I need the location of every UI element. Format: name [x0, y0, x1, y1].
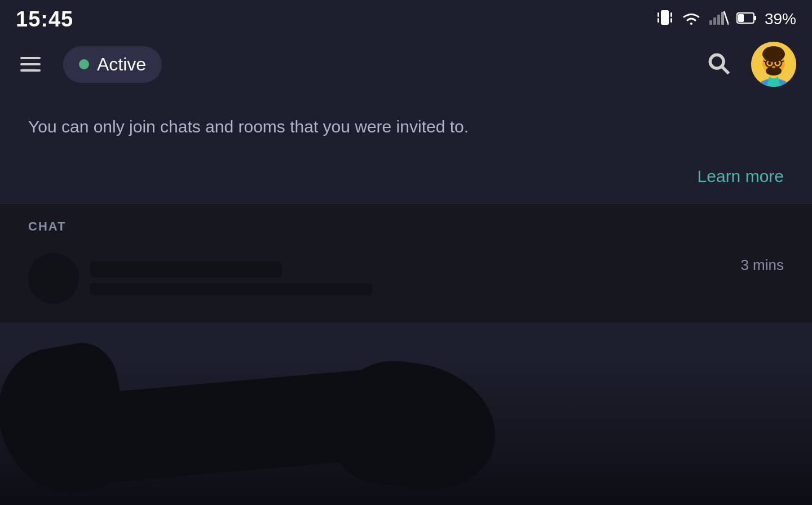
nav-right	[701, 42, 796, 87]
active-dot	[79, 59, 89, 69]
status-bar: 15:45	[0, 0, 812, 36]
chat-name	[90, 262, 282, 277]
chat-section: CHAT 3 mins	[0, 203, 812, 323]
svg-point-24	[776, 61, 779, 65]
redact-overlay-3	[330, 354, 504, 499]
nav-left: Active	[16, 46, 162, 83]
info-message: You can only join chats and rooms that y…	[28, 115, 784, 139]
svg-rect-3	[657, 18, 659, 23]
menu-button[interactable]	[16, 52, 45, 76]
svg-rect-7	[717, 15, 720, 25]
wifi-icon	[681, 10, 701, 28]
svg-rect-11	[754, 16, 756, 20]
learn-more-button[interactable]: Learn more	[698, 167, 784, 186]
chat-message	[90, 283, 372, 295]
svg-rect-1	[657, 12, 659, 17]
svg-rect-12	[738, 14, 744, 22]
search-button[interactable]	[701, 46, 735, 82]
chat-content	[90, 262, 784, 295]
svg-point-13	[710, 55, 723, 68]
chat-section-label: CHAT	[28, 219, 784, 234]
hamburger-line	[20, 57, 41, 59]
chat-avatar	[28, 253, 79, 304]
hamburger-line	[20, 69, 41, 72]
svg-point-23	[768, 61, 771, 65]
status-icons: 39%	[656, 8, 796, 31]
svg-rect-6	[713, 17, 716, 25]
svg-line-14	[722, 67, 729, 73]
svg-line-8	[724, 11, 729, 25]
avatar-image	[751, 42, 796, 87]
svg-rect-4	[670, 18, 672, 23]
svg-rect-5	[709, 20, 712, 25]
svg-rect-0	[661, 10, 669, 25]
table-row[interactable]: 3 mins	[28, 245, 784, 312]
svg-point-26	[772, 66, 775, 68]
search-icon	[706, 51, 731, 76]
avatar[interactable]	[751, 42, 796, 87]
chat-time: 3 mins	[740, 256, 784, 274]
battery-icon	[736, 12, 757, 26]
svg-rect-2	[670, 12, 672, 17]
vibrate-icon	[656, 8, 673, 31]
signal-no-icon	[709, 10, 729, 28]
nav-bar: Active	[0, 36, 812, 92]
hamburger-line	[20, 63, 41, 65]
svg-rect-9	[721, 12, 724, 25]
status-time: 15:45	[16, 7, 73, 32]
battery-percent: 39%	[765, 10, 796, 28]
active-status-pill[interactable]: Active	[63, 46, 162, 83]
active-label: Active	[97, 54, 146, 75]
svg-point-17	[762, 46, 785, 62]
learn-more-row: Learn more	[0, 156, 812, 203]
info-banner: You can only join chats and rooms that y…	[0, 92, 812, 156]
